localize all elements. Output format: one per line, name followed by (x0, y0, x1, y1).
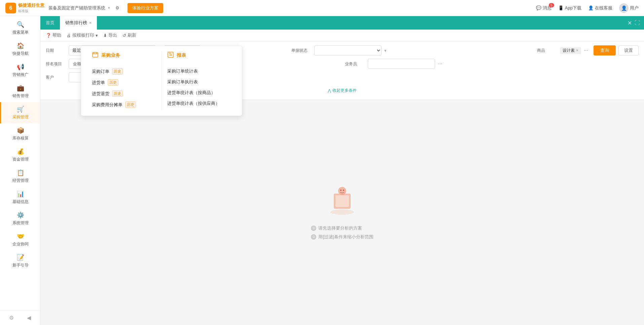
logo-sub-text: 标准版 (18, 9, 44, 13)
query-button[interactable]: 查询 (594, 45, 616, 55)
menu-item-report-order-exec[interactable]: 采购订单执行表 (167, 77, 231, 87)
svg-point-3 (338, 187, 346, 195)
sidebar: 🔍 搜索菜单 🏠 快捷导航 📢 营销推广 💼 销售管理 🛒 采购管理 📦 库存核… (0, 16, 40, 325)
status-filter-expand-icon[interactable]: ▾ (384, 48, 387, 53)
empty-step-2: ② 用[过滤]条件来缩小分析范围 (311, 233, 373, 241)
settings-button[interactable]: 设置 (618, 45, 639, 55)
svg-point-5 (343, 190, 344, 191)
sidebar-settings-icon[interactable]: ⚙ (9, 315, 14, 321)
salesperson-more[interactable]: ··· (438, 61, 442, 67)
menu-item-purchase-receipt[interactable]: 进货单 历史 (92, 77, 156, 88)
tab-home[interactable]: 首页 (40, 16, 60, 30)
tab-close-icon[interactable]: × (89, 21, 92, 25)
print-button[interactable]: 🖨 按模板打印 ▾ (67, 32, 98, 38)
refresh-button[interactable]: ↺ 刷新 (122, 32, 136, 38)
sidebar-item-purchase[interactable]: 🛒 采购管理 (0, 102, 40, 123)
toolbar: ❓ 帮助 🖨 按模板打印 ▾ ⬇ 导出 ↺ 刷新 (40, 30, 644, 41)
status-filter-select[interactable] (314, 45, 382, 55)
help-button[interactable]: ❓ 帮助 (46, 32, 61, 38)
logo-text: 畅捷通好生意 标准版 (18, 3, 44, 13)
sidebar-bottom: ⚙ ◀ (0, 310, 40, 325)
menu-item-purchase-order[interactable]: 采购订单 历史 (92, 66, 156, 77)
print-dropdown-arrow[interactable]: ▾ (96, 33, 98, 38)
sidebar-item-sales[interactable]: 💼 销售管理 (0, 81, 40, 102)
purchase-section-title: 采购业务 (92, 51, 156, 62)
menu-item-report-order-stat[interactable]: 采购订单统计表 (167, 66, 231, 77)
sidebar-item-system[interactable]: ⚙️ 系统管理 (0, 208, 40, 229)
svg-point-4 (340, 190, 342, 191)
home-icon: 🏠 (17, 42, 24, 49)
salesperson-input[interactable] (368, 59, 435, 69)
refresh-icon: ↺ (122, 33, 126, 38)
history-tag-3[interactable]: 历史 (125, 101, 136, 108)
enterprise-icon: 🤝 (17, 233, 24, 240)
export-button[interactable]: ⬇ 导出 (103, 32, 117, 38)
menu-item-report-receipt-by-goods[interactable]: 进货单统计表（按商品） (167, 87, 231, 98)
svg-point-0 (330, 209, 354, 215)
guide-icon: 📝 (17, 254, 24, 261)
salesperson-label: 业务员 (345, 61, 365, 67)
tab-bar-actions: ✕ ⛶ (628, 20, 644, 26)
system-icon: ⚙️ (17, 211, 24, 219)
purchase-section-icon (92, 51, 99, 59)
sidebar-item-operation[interactable]: 📋 经营管理 (0, 166, 40, 187)
finance-icon: 💰 (17, 148, 24, 155)
system-title-area: 装备及固定资产辅助管理系统 ▾ ⚙ 体验行业方案 (48, 3, 163, 13)
purchase-business-section: 采购业务 采购订单 历史 进货单 历史 进货退货 历史 采购费用分摊单 历史 (86, 51, 162, 110)
empty-illustration (325, 184, 359, 217)
tab-ranking[interactable]: 销售排行榜 × (60, 16, 97, 30)
rank-filter-label: 排名项目 (46, 61, 66, 67)
logo-main-text: 畅捷通好生意 (18, 3, 44, 8)
collapse-icon: ⋀ (328, 88, 331, 93)
goods-tag-close[interactable]: × (576, 48, 578, 53)
sidebar-collapse-icon[interactable]: ◀ (27, 315, 31, 321)
report-section-title: 报表 (167, 51, 231, 62)
tab-close-all-icon[interactable]: ✕ (628, 20, 632, 26)
action-buttons: 查询 设置 (594, 45, 639, 55)
empty-state: ① 请先选择要分析的方案 ② 用[过滤]条件来缩小分析范围 (40, 100, 644, 325)
industry-btn[interactable]: 体验行业方案 (128, 3, 163, 13)
main-layout: 🔍 搜索菜单 🏠 快捷导航 📢 营销推广 💼 销售管理 🛒 采购管理 📦 库存核… (0, 16, 644, 325)
message-icon: 💬 (536, 5, 541, 10)
message-count-badge: 5 (549, 3, 554, 7)
menu-item-purchase-expense[interactable]: 采购费用分摊单 历史 (92, 99, 156, 110)
history-tag-2[interactable]: 历史 (112, 90, 123, 97)
sidebar-item-finance[interactable]: 💰 资金管理 (0, 145, 40, 166)
help-icon: ❓ (46, 33, 51, 38)
title-dropdown-arrow[interactable]: ▾ (108, 6, 110, 10)
goods-filter-item: 商品 设计素 × ··· (537, 47, 588, 54)
tab-maximize-icon[interactable]: ⛶ (635, 20, 640, 26)
sidebar-item-guide[interactable]: 📝 新手引导 (0, 250, 40, 272)
sidebar-item-quicknav[interactable]: 🏠 快捷导航 (0, 39, 40, 60)
empty-text: ① 请先选择要分析的方案 ② 用[过滤]条件来缩小分析范围 (311, 224, 373, 241)
logo-icon: 6 (5, 3, 16, 13)
app-download-button[interactable]: 📱 App下载 (558, 5, 581, 11)
sidebar-item-basic[interactable]: 📊 基础信息 (0, 187, 40, 208)
header-right: 💬 消息 5 📱 App下载 👤 在线客服 👤 用户 (536, 3, 639, 13)
sidebar-item-search[interactable]: 🔍 搜索菜单 (0, 17, 40, 39)
sidebar-item-inventory[interactable]: 📦 库存核算 (0, 123, 40, 145)
tab-bar: 首页 销售排行榜 × ✕ ⛶ (40, 16, 644, 30)
message-button[interactable]: 💬 消息 5 (536, 5, 551, 11)
history-tag-0[interactable]: 历史 (112, 68, 123, 75)
purchase-dropdown-menu: 采购业务 采购订单 历史 进货单 历史 进货退货 历史 采购费用分摊单 历史 (81, 46, 242, 116)
history-tag-1[interactable]: 历史 (108, 79, 118, 86)
phone-icon: 📱 (558, 5, 564, 10)
sidebar-item-enterprise[interactable]: 🤝 企业协同 (0, 229, 40, 250)
operation-icon: 📋 (17, 169, 24, 176)
goods-filter-more[interactable]: ··· (584, 47, 588, 53)
sidebar-item-marketing[interactable]: 📢 营销推广 (0, 60, 40, 81)
logo-area: 6 畅捷通好生意 标准版 (5, 3, 46, 13)
inventory-icon: 📦 (17, 127, 24, 134)
online-service-button[interactable]: 👤 在线客服 (588, 5, 612, 11)
goods-filter-label: 商品 (537, 48, 557, 53)
menu-item-purchase-return[interactable]: 进货退货 历史 (92, 88, 156, 99)
user-button[interactable]: 👤 用户 (619, 3, 639, 13)
purchase-icon: 🛒 (17, 106, 24, 113)
system-settings-button[interactable]: ⚙ (113, 3, 122, 13)
basic-icon: 📊 (17, 190, 24, 198)
menu-item-report-receipt-by-supplier[interactable]: 进货单统计表（按供应商） (167, 98, 231, 109)
service-icon: 👤 (588, 5, 594, 10)
user-avatar: 👤 (619, 3, 629, 13)
salesperson-filter-item: 业务员 ··· (345, 59, 639, 69)
